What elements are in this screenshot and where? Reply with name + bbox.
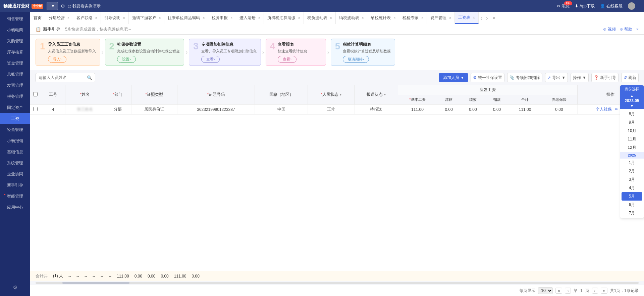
tab-tax-burden[interactable]: 税负波动表× xyxy=(304,12,336,24)
row-checkbox[interactable] xyxy=(33,107,38,111)
tab-close-income-tax[interactable]: × xyxy=(298,16,300,20)
settings-icon[interactable]: ⚙ xyxy=(61,3,65,9)
tab-close-guide-desc[interactable]: × xyxy=(123,16,125,20)
tab-product-code[interactable]: 往来单位商品编码× xyxy=(164,12,208,24)
tab-close-all-btn[interactable]: × xyxy=(490,15,498,20)
sidebar-item-assets[interactable]: 固定资产 xyxy=(0,102,30,113)
month-9[interactable]: 9月 xyxy=(620,118,644,127)
export-btn[interactable]: ↗ 导出 ▼ xyxy=(545,73,568,82)
online-service-button[interactable]: 👤 在线客服 xyxy=(600,3,623,9)
tab-close-tax[interactable]: × xyxy=(230,16,232,20)
month-panel-down-btn[interactable]: ▼ xyxy=(630,104,634,108)
tab-tax-wave[interactable]: 纳税波动表× xyxy=(336,12,368,24)
user-avatar[interactable] xyxy=(628,2,635,10)
sidebar-item-inventory[interactable]: 库存核算 xyxy=(0,47,30,58)
edit-icon[interactable]: ✏ xyxy=(615,107,618,112)
month-10[interactable]: 10月 xyxy=(620,127,644,135)
tab-tax-stat[interactable]: 纳税统计表× xyxy=(367,12,399,24)
month-6[interactable]: 6月 xyxy=(620,201,644,209)
sidebar-item-invoice[interactable]: 发票管理 xyxy=(0,80,30,91)
month-5-current[interactable]: 5月 xyxy=(622,192,642,201)
select-all-checkbox[interactable] xyxy=(33,92,38,96)
tab-tax-expert[interactable]: 税检专家× xyxy=(399,12,427,24)
month-1[interactable]: 1月 xyxy=(620,159,644,167)
tab-prev-btn[interactable]: ‹ xyxy=(479,15,484,21)
tab-close-tax-wave[interactable]: × xyxy=(362,16,364,20)
refresh-btn[interactable]: ↺ 刷新 xyxy=(621,73,639,82)
month-12[interactable]: 12月 xyxy=(620,143,644,152)
tab-assets[interactable]: 资产管理× xyxy=(427,12,455,24)
scrollbar-track[interactable] xyxy=(36,282,639,284)
tab-guide-desc[interactable]: 引导说明× xyxy=(101,12,129,24)
message-button[interactable]: ✉ 消息 99+ xyxy=(557,3,570,9)
tab-payroll[interactable]: 工资表× xyxy=(455,12,479,24)
month-2[interactable]: 2月 xyxy=(620,167,644,175)
month-8[interactable]: 8月 xyxy=(620,110,644,118)
month-4[interactable]: 4月 xyxy=(620,184,644,192)
sidebar-item-finance[interactable]: 资金管理 xyxy=(0,58,30,69)
tab-close-tax-burden[interactable]: × xyxy=(330,16,332,20)
sidebar-item-apps[interactable]: 应用中心 xyxy=(0,202,30,213)
step-5-btn[interactable]: 敬请期待› xyxy=(343,56,369,63)
sidebar-gear-icon[interactable]: ⚙ xyxy=(10,282,20,293)
tab-income-tax[interactable]: 所得税汇算清缴× xyxy=(264,12,304,24)
sidebar-item-ecommerce[interactable]: 小畅电商 xyxy=(0,25,30,36)
search-icon[interactable]: 🔍 xyxy=(87,75,92,80)
guide-close-btn[interactable]: × xyxy=(636,27,639,32)
sidebar-item-purchase[interactable]: 采购管理 xyxy=(0,36,30,47)
month-panel-up-btn[interactable]: ▲ xyxy=(630,94,634,98)
social-insurance-btn[interactable]: ⚙ 统一社保设置 xyxy=(471,73,504,82)
step-2-btn[interactable]: 设置› xyxy=(117,56,136,63)
sidebar-item-basic[interactable]: 基础信息 xyxy=(0,146,30,158)
operation-btn[interactable]: 操作 ▼ xyxy=(571,73,589,82)
month-11[interactable]: 11月 xyxy=(620,135,644,143)
next-page-btn[interactable]: › xyxy=(592,288,598,294)
new-guide-btn[interactable]: ❓ 新手引导 xyxy=(591,73,619,82)
sidebar-item-sales[interactable]: 销售管理 xyxy=(0,13,30,25)
tab-close-customer[interactable]: × xyxy=(95,16,97,20)
special-deduction-btn[interactable]: 📎 专项附加扣除 xyxy=(507,73,542,82)
tab-close-product-code[interactable]: × xyxy=(203,16,205,20)
last-page-btn[interactable]: » xyxy=(601,288,607,294)
report-filter-icon[interactable]: ▾ xyxy=(384,93,386,96)
prev-page-btn[interactable]: ‹ xyxy=(565,288,571,294)
month-7[interactable]: 7月 xyxy=(620,209,644,217)
tab-close-invite[interactable]: × xyxy=(159,16,161,20)
personal-insurance-link[interactable]: 个人社保 xyxy=(596,107,612,112)
sidebar-item-payroll[interactable]: 工资 xyxy=(0,113,30,124)
step-1-btn[interactable]: 导入› xyxy=(48,56,67,63)
tab-register[interactable]: 进入清册× xyxy=(236,12,264,24)
tab-invite[interactable]: 邀请下游客户× xyxy=(129,12,165,24)
guide-video-link[interactable]: ⊙ 视频 xyxy=(603,27,615,32)
scrollbar-thumb[interactable] xyxy=(62,282,129,284)
search-input[interactable] xyxy=(39,75,86,80)
sidebar-item-tax[interactable]: 税务管理 xyxy=(0,91,30,102)
tab-home[interactable]: 首页 xyxy=(30,12,45,24)
tab-tax-report[interactable]: 税务申报× xyxy=(208,12,236,24)
status-filter-icon[interactable]: ▾ xyxy=(340,93,341,96)
guide-help-link[interactable]: ⊙ 帮助 xyxy=(620,27,632,32)
app-download-button[interactable]: ⬇ App下载 xyxy=(575,3,595,9)
month-3[interactable]: 3月 xyxy=(620,175,644,184)
sidebar-item-system[interactable]: 系统管理 xyxy=(0,158,30,169)
company-dropdown[interactable]: ▼ xyxy=(47,2,58,10)
tab-next-btn[interactable]: › xyxy=(484,15,490,21)
sidebar-item-ledger[interactable]: 总账管理 xyxy=(0,69,30,80)
per-page-select[interactable]: 10 20 50 xyxy=(538,287,553,294)
tab-close-assets[interactable]: × xyxy=(449,16,451,20)
sidebar-item-guide[interactable]: 新手引导 xyxy=(0,180,30,191)
tab-close-tax-stat[interactable]: × xyxy=(393,16,395,20)
tab-customer[interactable]: 客户联络× xyxy=(73,12,101,24)
sidebar-item-expense[interactable]: 小畅报销 xyxy=(0,135,30,146)
tab-close-layered[interactable]: × xyxy=(67,16,69,20)
add-person-button[interactable]: 添加人员 ▼ xyxy=(439,73,468,82)
demo-link[interactable]: ◎ 我要看实例演示 xyxy=(68,3,101,9)
tab-close-tax-expert[interactable]: × xyxy=(421,16,423,20)
step-4-btn[interactable]: 查看› xyxy=(278,56,297,63)
sidebar-item-ai[interactable]: 智能管理 xyxy=(0,191,30,202)
tab-close-register[interactable]: × xyxy=(258,16,260,20)
sidebar-item-collab[interactable]: 企业协同 xyxy=(0,169,30,180)
tab-close-payroll[interactable]: × xyxy=(473,16,475,19)
tab-layered-ops[interactable]: 分层经营× xyxy=(45,12,73,24)
sidebar-item-operation[interactable]: 经营管理 xyxy=(0,124,30,135)
